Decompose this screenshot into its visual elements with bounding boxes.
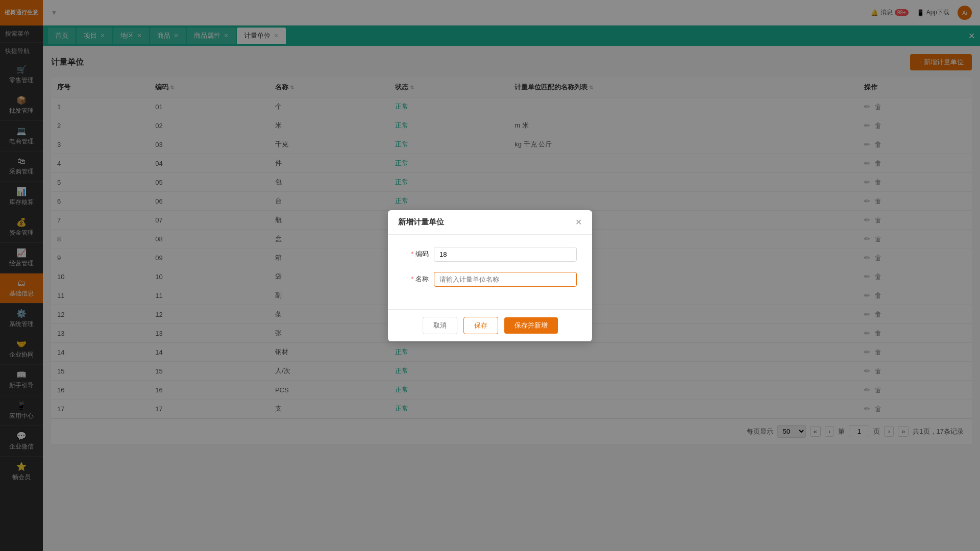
modal-close-button[interactable]: ✕ xyxy=(575,217,582,227)
name-input[interactable] xyxy=(434,272,577,287)
name-form-row: 名称 xyxy=(403,272,577,287)
modal-overlay: 新增计量单位 ✕ 编码 名称 取消 保存 保存并新增 xyxy=(0,0,980,551)
modal-header: 新增计量单位 ✕ xyxy=(388,210,592,235)
add-unit-modal: 新增计量单位 ✕ 编码 名称 取消 保存 保存并新增 xyxy=(388,210,592,341)
modal-title: 新增计量单位 xyxy=(398,217,444,227)
code-form-row: 编码 xyxy=(403,247,577,262)
code-label: 编码 xyxy=(403,249,429,259)
modal-body: 编码 名称 xyxy=(388,235,592,309)
cancel-button[interactable]: 取消 xyxy=(423,317,457,334)
save-button[interactable]: 保存 xyxy=(463,317,498,334)
name-label: 名称 xyxy=(403,274,429,284)
modal-footer: 取消 保存 保存并新增 xyxy=(388,309,592,341)
save-and-new-button[interactable]: 保存并新增 xyxy=(504,317,558,334)
code-input[interactable] xyxy=(434,247,577,262)
